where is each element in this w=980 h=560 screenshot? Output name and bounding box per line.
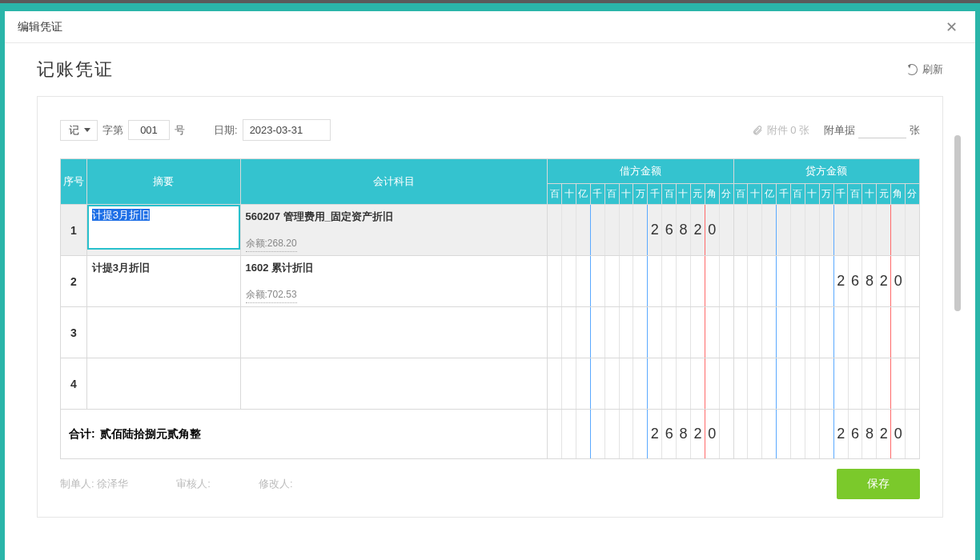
digit-cell[interactable] bbox=[633, 307, 647, 358]
digit-cell[interactable] bbox=[790, 410, 805, 458]
credit-amount[interactable] bbox=[733, 307, 919, 358]
digit-cell[interactable] bbox=[548, 358, 561, 409]
digit-cell[interactable] bbox=[676, 358, 690, 409]
digit-cell[interactable] bbox=[848, 358, 862, 409]
digit-cell[interactable]: 2 bbox=[876, 256, 890, 306]
digit-cell[interactable] bbox=[761, 410, 776, 458]
digit-cell[interactable] bbox=[761, 358, 776, 409]
digit-cell[interactable] bbox=[619, 410, 633, 458]
digit-cell[interactable] bbox=[633, 358, 647, 409]
digit-cell[interactable] bbox=[833, 358, 848, 409]
digit-cell[interactable] bbox=[561, 256, 576, 306]
digit-cell[interactable]: 0 bbox=[890, 410, 905, 458]
digit-cell[interactable]: 6 bbox=[661, 410, 676, 458]
digit-cell[interactable] bbox=[619, 205, 633, 255]
digit-cell[interactable]: 2 bbox=[833, 410, 848, 458]
digit-cell[interactable] bbox=[633, 205, 647, 255]
digit-cell[interactable]: 0 bbox=[705, 205, 719, 255]
digit-cell[interactable] bbox=[548, 410, 561, 458]
digit-cell[interactable] bbox=[734, 256, 748, 306]
voucher-word-select[interactable]: 记 bbox=[60, 120, 98, 141]
digit-cell[interactable] bbox=[805, 205, 819, 255]
digit-cell[interactable] bbox=[761, 307, 776, 358]
digit-cell[interactable] bbox=[619, 358, 633, 409]
digit-cell[interactable] bbox=[761, 205, 776, 255]
digit-cell[interactable] bbox=[819, 256, 833, 306]
digit-cell[interactable] bbox=[604, 410, 619, 458]
digit-cell[interactable] bbox=[647, 307, 661, 358]
digit-cell[interactable] bbox=[776, 358, 790, 409]
digit-cell[interactable] bbox=[719, 205, 733, 255]
summary-cell[interactable]: 计提3月折旧 bbox=[86, 256, 240, 307]
digit-cell[interactable] bbox=[862, 358, 876, 409]
digit-cell[interactable] bbox=[747, 256, 761, 306]
digit-cell[interactable] bbox=[734, 205, 748, 255]
digit-cell[interactable] bbox=[905, 307, 919, 358]
digit-cell[interactable] bbox=[576, 205, 590, 255]
digit-cell[interactable] bbox=[805, 410, 819, 458]
digit-cell[interactable] bbox=[848, 307, 862, 358]
scrollbar[interactable] bbox=[954, 135, 961, 311]
credit-amount[interactable] bbox=[733, 205, 919, 256]
digit-cell[interactable] bbox=[548, 205, 561, 255]
digit-cell[interactable] bbox=[833, 205, 848, 255]
date-input[interactable] bbox=[243, 119, 331, 141]
digit-cell[interactable] bbox=[719, 307, 733, 358]
digit-cell[interactable] bbox=[690, 358, 705, 409]
digit-cell[interactable] bbox=[747, 410, 761, 458]
sheet-count-input[interactable] bbox=[858, 122, 906, 138]
digit-cell[interactable] bbox=[661, 307, 676, 358]
digit-cell[interactable]: 0 bbox=[705, 410, 719, 458]
digit-cell[interactable] bbox=[705, 307, 719, 358]
digit-cell[interactable] bbox=[647, 256, 661, 306]
digit-cell[interactable] bbox=[561, 358, 576, 409]
digit-cell[interactable] bbox=[776, 205, 790, 255]
digit-cell[interactable]: 8 bbox=[676, 205, 690, 255]
digit-cell[interactable]: 8 bbox=[676, 410, 690, 458]
digit-cell[interactable] bbox=[690, 256, 705, 306]
digit-cell[interactable] bbox=[705, 256, 719, 306]
account-cell[interactable]: 1602 累计折旧余额:702.53 bbox=[240, 256, 548, 307]
digit-cell[interactable] bbox=[805, 358, 819, 409]
digit-cell[interactable] bbox=[734, 307, 748, 358]
digit-cell[interactable] bbox=[905, 358, 919, 409]
digit-cell[interactable] bbox=[805, 307, 819, 358]
summary-cell[interactable] bbox=[86, 358, 240, 410]
digit-cell[interactable] bbox=[633, 256, 647, 306]
digit-cell[interactable] bbox=[734, 410, 748, 458]
digit-cell[interactable] bbox=[876, 205, 890, 255]
digit-cell[interactable]: 2 bbox=[876, 410, 890, 458]
digit-cell[interactable]: 2 bbox=[833, 256, 848, 306]
digit-cell[interactable] bbox=[776, 410, 790, 458]
digit-cell[interactable] bbox=[676, 307, 690, 358]
credit-amount[interactable]: 26820 bbox=[733, 256, 919, 307]
debit-amount[interactable] bbox=[548, 307, 733, 358]
digit-cell[interactable]: 8 bbox=[862, 256, 876, 306]
digit-cell[interactable]: 2 bbox=[647, 205, 661, 255]
digit-cell[interactable] bbox=[576, 256, 590, 306]
digit-cell[interactable] bbox=[548, 307, 561, 358]
digit-cell[interactable]: 6 bbox=[848, 256, 862, 306]
debit-amount[interactable] bbox=[548, 358, 733, 410]
digit-cell[interactable] bbox=[619, 307, 633, 358]
digit-cell[interactable] bbox=[576, 358, 590, 409]
digit-cell[interactable] bbox=[548, 256, 561, 306]
account-cell[interactable] bbox=[240, 307, 548, 358]
digit-cell[interactable]: 6 bbox=[661, 205, 676, 255]
digit-cell[interactable] bbox=[805, 256, 819, 306]
digit-cell[interactable] bbox=[719, 410, 733, 458]
digit-cell[interactable] bbox=[576, 307, 590, 358]
voucher-number-input[interactable] bbox=[128, 120, 170, 140]
attachment-link[interactable]: 附件 0 张 bbox=[752, 123, 809, 138]
debit-amount[interactable] bbox=[548, 256, 733, 307]
digit-cell[interactable] bbox=[590, 256, 604, 306]
digit-cell[interactable] bbox=[633, 410, 647, 458]
digit-cell[interactable]: 2 bbox=[647, 410, 661, 458]
digit-cell[interactable] bbox=[790, 358, 805, 409]
digit-cell[interactable] bbox=[905, 256, 919, 306]
digit-cell[interactable] bbox=[561, 205, 576, 255]
close-icon[interactable]: ✕ bbox=[940, 16, 962, 38]
credit-amount[interactable] bbox=[733, 358, 919, 410]
digit-cell[interactable] bbox=[761, 256, 776, 306]
digit-cell[interactable] bbox=[661, 358, 676, 409]
